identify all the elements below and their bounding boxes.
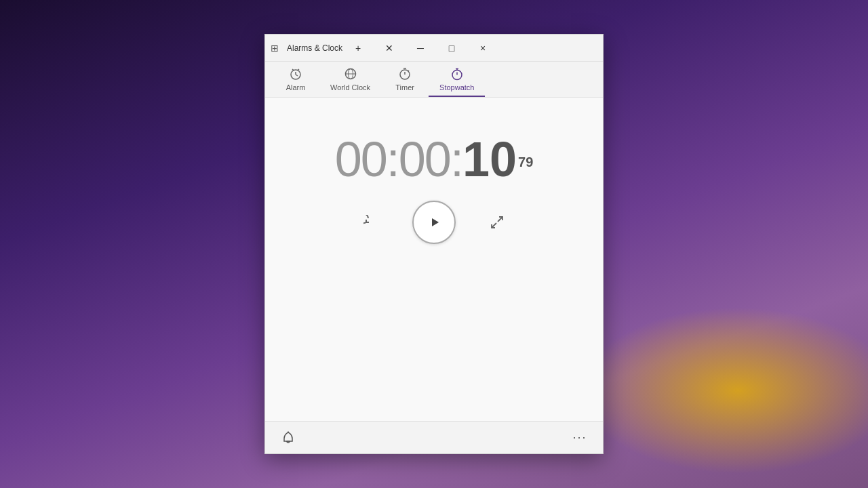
close-button[interactable]: × — [467, 35, 498, 62]
tab-stopwatch[interactable]: Stopwatch — [429, 62, 485, 97]
tab-world-clock-label: World Clock — [330, 83, 370, 92]
window-title: Alarms & Clock — [284, 43, 342, 53]
app-icon: ⊞ — [271, 43, 279, 54]
svg-line-18 — [498, 217, 502, 222]
tab-alarm-label: Alarm — [286, 83, 306, 92]
tab-timer-label: Timer — [395, 83, 414, 92]
timer-icon — [398, 67, 412, 81]
svg-marker-16 — [432, 218, 439, 226]
title-bar-left: ⊞ Alarms & Clock — [271, 43, 342, 54]
maximize-button[interactable]: □ — [436, 35, 467, 62]
footer: ··· — [265, 421, 603, 453]
tab-bar: Alarm World Clock Timer — [265, 62, 603, 98]
tab-world-clock[interactable]: World Clock — [319, 62, 381, 97]
svg-line-3 — [292, 69, 294, 70]
new-tab-button[interactable]: + — [342, 35, 374, 62]
close-tab-button[interactable]: ✕ — [374, 35, 405, 62]
notification-button[interactable] — [276, 426, 300, 450]
tab-alarm[interactable]: Alarm — [272, 62, 319, 97]
title-bar-controls: + ✕ ─ □ × — [342, 35, 498, 62]
colon1: : — [387, 131, 399, 187]
stopwatch-milliseconds: 79 — [518, 155, 533, 180]
ms-value: 79 — [518, 155, 533, 169]
svg-line-2 — [296, 75, 298, 76]
main-content: 00 : 00 : 10 79 — [265, 98, 603, 421]
stopwatch-icon — [450, 67, 464, 81]
stopwatch-display: 00 : 00 : 10 79 — [335, 131, 534, 187]
alarm-icon — [289, 67, 302, 81]
stopwatch-hours: 00 — [335, 131, 387, 187]
stopwatch-seconds: 10 — [462, 131, 517, 187]
world-clock-icon — [344, 67, 357, 81]
tab-timer[interactable]: Timer — [381, 62, 429, 97]
title-bar: ⊞ Alarms & Clock + ✕ ─ □ × — [265, 35, 603, 62]
stopwatch-minutes: 00 — [399, 131, 450, 187]
svg-line-17 — [492, 223, 496, 228]
more-icon: ··· — [572, 430, 587, 445]
app-window: ⊞ Alarms & Clock + ✕ ─ □ × Alarm — [264, 34, 604, 454]
svg-line-11 — [408, 70, 410, 72]
stopwatch-controls — [357, 201, 511, 244]
svg-line-4 — [298, 69, 300, 70]
more-options-button[interactable]: ··· — [568, 426, 592, 450]
minimize-button[interactable]: ─ — [405, 35, 436, 62]
tab-stopwatch-label: Stopwatch — [439, 83, 474, 92]
reset-button[interactable] — [357, 208, 385, 237]
play-button[interactable] — [412, 201, 456, 244]
colon2: : — [450, 131, 462, 187]
expand-button[interactable] — [483, 208, 511, 237]
